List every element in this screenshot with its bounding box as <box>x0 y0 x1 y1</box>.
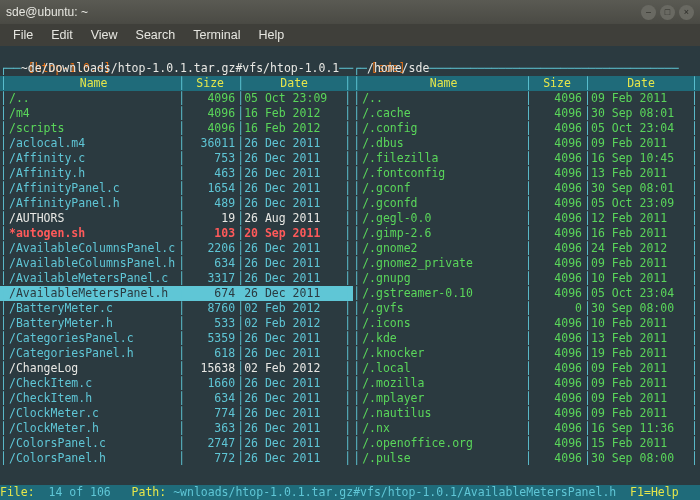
file-date: 20 Sep 2011 <box>244 226 344 241</box>
file-date: 24 Feb 2012 <box>591 241 691 256</box>
file-row[interactable]: │/AvailableColumnsPanel.h│634│26 Dec 201… <box>0 256 353 271</box>
file-row[interactable]: │/.gnome2│4096│24 Feb 2012│ <box>353 241 700 256</box>
right-path: /home/sde <box>367 61 429 75</box>
right-path-row: ┌─/home/sde─────────────────────────────… <box>353 61 700 76</box>
menu-search[interactable]: Search <box>127 25 185 46</box>
left-pane[interactable]: ┌──~de/Downloads/htop-1.0.1.tar.gz#vfs/h… <box>0 61 353 485</box>
file-row[interactable]: │/.gnupg│4096│10 Feb 2011│ <box>353 271 700 286</box>
file-row[interactable]: │*autogen.sh│103│20 Sep 2011│ <box>0 226 353 241</box>
file-row[interactable]: │/AUTHORS│19│26 Aug 2011│ <box>0 211 353 226</box>
file-name: /BatteryMeter.h <box>9 316 178 331</box>
file-date: 26 Dec 2011 <box>244 391 344 406</box>
file-row[interactable]: │/Affinity.c│753│26 Dec 2011│ <box>0 151 353 166</box>
file-row[interactable]: │/.filezilla│4096│16 Sep 10:45│ <box>353 151 700 166</box>
close-icon[interactable]: × <box>679 5 694 20</box>
file-row[interactable]: │/.gconf│4096│30 Sep 08:01│ <box>353 181 700 196</box>
file-size: 4096 <box>532 286 584 301</box>
file-row[interactable]: │/CategoriesPanel.h│618│26 Dec 2011│ <box>0 346 353 361</box>
file-size: 4096 <box>532 256 584 271</box>
file-row[interactable]: │/.dbus│4096│09 Feb 2011│ <box>353 136 700 151</box>
file-date: 16 Feb 2012 <box>244 106 344 121</box>
file-row[interactable]: │/.fontconfig│4096│13 Feb 2011│ <box>353 166 700 181</box>
file-date: 26 Dec 2011 <box>244 241 344 256</box>
file-row[interactable]: │/BatteryMeter.c│8760│02 Feb 2012│ <box>0 301 353 316</box>
file-date: 02 Feb 2012 <box>244 316 344 331</box>
file-date: 16 Feb 2011 <box>591 226 691 241</box>
minimize-icon[interactable]: – <box>641 5 656 20</box>
file-size: 772 <box>185 451 237 466</box>
file-date: 26 Dec 2011 <box>244 286 344 301</box>
file-row[interactable]: │/..│4096│09 Feb 2011│ <box>353 91 700 106</box>
file-date: 30 Sep 08:01 <box>591 181 691 196</box>
file-row[interactable]: │/AvailableColumnsPanel.c│2206│26 Dec 20… <box>0 241 353 256</box>
file-size: 4096 <box>532 181 584 196</box>
file-row[interactable]: │/.gegl-0.0│4096│12 Feb 2011│ <box>353 211 700 226</box>
file-name: /.gegl-0.0 <box>362 211 525 226</box>
file-row[interactable]: │/ClockMeter.c│774│26 Dec 2011│ <box>0 406 353 421</box>
file-date: 26 Dec 2011 <box>244 376 344 391</box>
menu-help[interactable]: Help <box>249 25 293 46</box>
file-row[interactable]: │/.kde│4096│13 Feb 2011│ <box>353 331 700 346</box>
menu-view[interactable]: View <box>82 25 127 46</box>
file-row[interactable]: │/.openoffice.org│4096│15 Feb 2011│ <box>353 436 700 451</box>
file-row[interactable]: │/.gconfd│4096│05 Oct 23:09│ <box>353 196 700 211</box>
file-row[interactable]: │/CategoriesPanel.c│5359│26 Dec 2011│ <box>0 331 353 346</box>
right-listing[interactable]: │/..│4096│09 Feb 2011││/.cache│4096│30 S… <box>353 91 700 466</box>
file-row[interactable]: │/.mplayer│4096│09 Feb 2011│ <box>353 391 700 406</box>
file-row[interactable]: │/AffinityPanel.h│489│26 Dec 2011│ <box>0 196 353 211</box>
file-size: 4096 <box>185 121 237 136</box>
file-row[interactable]: │/CheckItem.h│634│26 Dec 2011│ <box>0 391 353 406</box>
file-name: /AvailableMetersPanel.c <box>9 271 178 286</box>
file-row[interactable]: │/.gvfs│0│30 Sep 08:00│ <box>353 301 700 316</box>
file-row[interactable]: │/CheckItem.c│1660│26 Dec 2011│ <box>0 376 353 391</box>
file-row[interactable]: │/.gnome2_private│4096│09 Feb 2011│ <box>353 256 700 271</box>
file-row[interactable]: │/.knocker│4096│19 Feb 2011│ <box>353 346 700 361</box>
menu-file[interactable]: File <box>4 25 42 46</box>
file-row[interactable]: │/ClockMeter.h│363│26 Dec 2011│ <box>0 421 353 436</box>
file-row[interactable]: │/.gimp-2.6│4096│16 Feb 2011│ <box>353 226 700 241</box>
file-row[interactable]: │/.pulse│4096│30 Sep 08:00│ <box>353 451 700 466</box>
file-name: /.openoffice.org <box>362 436 525 451</box>
file-date: 10 Feb 2011 <box>591 316 691 331</box>
menu-edit[interactable]: Edit <box>42 25 82 46</box>
file-row[interactable]: │/.icons│4096│10 Feb 2011│ <box>353 316 700 331</box>
file-row[interactable]: │/.local│4096│09 Feb 2011│ <box>353 361 700 376</box>
file-row[interactable]: │/AvailableMetersPanel.h│674│26 Dec 2011… <box>0 286 353 301</box>
file-row[interactable]: │/Affinity.h│463│26 Dec 2011│ <box>0 166 353 181</box>
file-name: /.gstreamer-0.10 <box>362 286 525 301</box>
file-row[interactable]: │/BatteryMeter.h│533│02 Feb 2012│ <box>0 316 353 331</box>
file-name: /.config <box>362 121 525 136</box>
file-row[interactable]: │/.config│4096│05 Oct 23:04│ <box>353 121 700 136</box>
file-row[interactable]: │/ColorsPanel.h│772│26 Dec 2011│ <box>0 451 353 466</box>
menu-terminal[interactable]: Terminal <box>184 25 249 46</box>
file-name: /.filezilla <box>362 151 525 166</box>
file-row[interactable]: │/.nx│4096│16 Sep 11:36│ <box>353 421 700 436</box>
file-size: 4096 <box>532 166 584 181</box>
file-date: 26 Dec 2011 <box>244 166 344 181</box>
maximize-icon[interactable]: □ <box>660 5 675 20</box>
left-listing[interactable]: │/..│4096│05 Oct 23:09││/m4│4096│16 Feb … <box>0 91 353 466</box>
file-row[interactable]: │/AvailableMetersPanel.c│3317│26 Dec 201… <box>0 271 353 286</box>
file-row[interactable]: │/ChangeLog│15638│02 Feb 2012│ <box>0 361 353 376</box>
file-date: 26 Aug 2011 <box>244 211 344 226</box>
file-size: 4096 <box>532 451 584 466</box>
file-row[interactable]: │/.mozilla│4096│09 Feb 2011│ <box>353 376 700 391</box>
file-row[interactable]: │/..│4096│05 Oct 23:09│ <box>0 91 353 106</box>
file-size: 2206 <box>185 241 237 256</box>
file-row[interactable]: │/.nautilus│4096│09 Feb 2011│ <box>353 406 700 421</box>
file-row[interactable]: │/m4│4096│16 Feb 2012│ <box>0 106 353 121</box>
file-row[interactable]: │/.gstreamer-0.10│4096│05 Oct 23:04│ <box>353 286 700 301</box>
file-size: 4096 <box>185 106 237 121</box>
right-pane[interactable]: ┌─/home/sde─────────────────────────────… <box>353 61 700 485</box>
file-row[interactable]: │/aclocal.m4│36011│26 Dec 2011│ <box>0 136 353 151</box>
file-name: /.gnupg <box>362 271 525 286</box>
file-size: 4096 <box>532 406 584 421</box>
file-size: 4096 <box>532 226 584 241</box>
file-name: /.kde <box>362 331 525 346</box>
file-row[interactable]: │/AffinityPanel.c│1654│26 Dec 2011│ <box>0 181 353 196</box>
file-date: 30 Sep 08:00 <box>591 301 691 316</box>
file-row[interactable]: │/ColorsPanel.c│2747│26 Dec 2011│ <box>0 436 353 451</box>
file-row[interactable]: │/.cache│4096│30 Sep 08:01│ <box>353 106 700 121</box>
file-row[interactable]: │/scripts│4096│16 Feb 2012│ <box>0 121 353 136</box>
terminal[interactable]: [htop-1.0.~][sde] ┌──~de/Downloads/htop-… <box>0 46 700 500</box>
